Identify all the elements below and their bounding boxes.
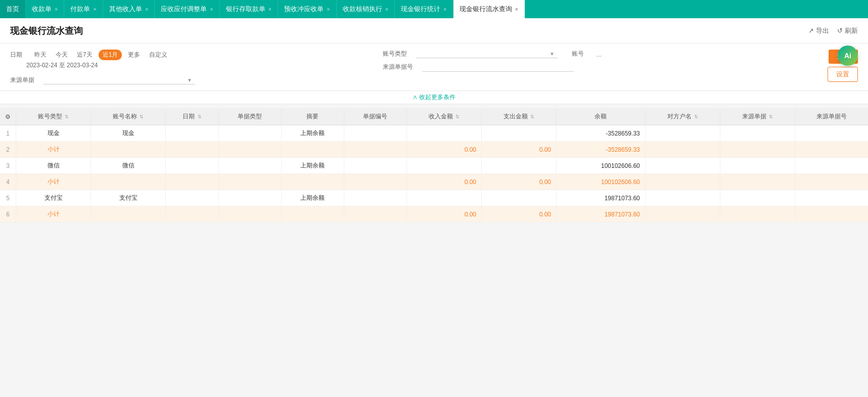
- row-number: 4: [0, 174, 16, 190]
- table-cell: 19871073.60: [557, 206, 646, 223]
- date-range-display: 2023-02-24 至 2023-03-24: [26, 62, 98, 69]
- table-cell: [482, 125, 557, 142]
- col-date[interactable]: 日期 ⇅: [166, 108, 219, 125]
- table-cell: 微信: [91, 158, 166, 174]
- table-row: 1现金现金上期余额-3528659.33: [0, 125, 868, 142]
- col-income[interactable]: 收入金额 ⇅: [407, 108, 482, 125]
- nav-bank-flow-close[interactable]: ×: [515, 6, 518, 12]
- table-cell: 100102606.60: [557, 174, 646, 190]
- col-account-name-sort-icon: ⇅: [140, 114, 144, 119]
- table-cell: [91, 206, 166, 223]
- table-cell: [218, 158, 281, 174]
- col-account-name[interactable]: 账号名称 ⇅: [91, 108, 166, 125]
- account-dots[interactable]: ...: [593, 50, 605, 58]
- filter-row-source: 来源单据 ▼: [10, 76, 373, 84]
- table-cell: [482, 158, 557, 174]
- table-cell: [218, 190, 281, 206]
- nav-bank-deposit[interactable]: 银行存取款单 ×: [220, 0, 278, 18]
- ai-badge[interactable]: Ai: [838, 46, 858, 66]
- col-expense-label: 支出金额: [504, 113, 528, 120]
- date-more[interactable]: 更多: [125, 50, 143, 60]
- nav-payments[interactable]: 付款单 ×: [64, 0, 103, 18]
- date-label: 日期: [10, 51, 22, 59]
- header-actions: ↗ 导出 ↺ 刷新: [808, 26, 858, 35]
- col-source-doc[interactable]: 来源单据 ⇅: [720, 108, 795, 125]
- table-cell: [645, 206, 720, 223]
- nav-home[interactable]: 首页: [0, 0, 26, 18]
- table-row: 5支付宝支付宝上期余额19871073.60: [0, 190, 868, 206]
- top-nav: 首页 收款单 × 付款单 × 其他收入单 × 应收应付调整单 × 银行存取款单 …: [0, 0, 868, 18]
- col-balance[interactable]: 余额: [557, 108, 646, 125]
- nav-receipt-exec-close[interactable]: ×: [385, 6, 388, 12]
- nav-prepay-offset-close[interactable]: ×: [327, 6, 330, 12]
- date-7days[interactable]: 近7天: [74, 50, 96, 60]
- nav-receipt-exec[interactable]: 收款核销执行 ×: [337, 0, 395, 18]
- col-date-sort-icon: ⇅: [198, 114, 202, 119]
- table-cell: [166, 174, 219, 190]
- col-doc-type-label: 单据类型: [238, 113, 262, 120]
- col-expense[interactable]: 支出金额 ⇅: [482, 108, 557, 125]
- nav-payments-close[interactable]: ×: [93, 6, 96, 12]
- nav-receipts-close[interactable]: ×: [55, 6, 58, 12]
- nav-prepay-offset-label: 预收冲应收单: [284, 5, 324, 14]
- table-cell: [407, 125, 482, 142]
- table-cell: [720, 206, 795, 223]
- nav-receipts[interactable]: 收款单 ×: [26, 0, 64, 18]
- col-summary[interactable]: 摘要: [281, 108, 344, 125]
- table-cell: [720, 125, 795, 142]
- col-source-doc-no-label: 来源单据号: [816, 113, 847, 120]
- table-cell: [795, 158, 868, 174]
- export-button[interactable]: ↗ 导出: [808, 26, 829, 35]
- table-cell: [795, 190, 868, 206]
- nav-bank-stats-close[interactable]: ×: [443, 6, 446, 12]
- table-settings-icon[interactable]: ⚙: [5, 113, 11, 120]
- date-today[interactable]: 今天: [53, 50, 71, 60]
- col-date-label: 日期: [182, 113, 195, 120]
- date-1month[interactable]: 近1月: [99, 50, 122, 60]
- nav-other-income-close[interactable]: ×: [145, 6, 148, 12]
- col-counterpart-sort-icon: ⇅: [694, 114, 698, 119]
- col-counterpart-label: 对方户名: [667, 113, 692, 120]
- collapse-bar[interactable]: ∧ 收起更多条件: [0, 91, 868, 104]
- table-cell: [218, 142, 281, 158]
- nav-bank-deposit-close[interactable]: ×: [268, 6, 271, 12]
- table-cell: 0.00: [407, 174, 482, 190]
- col-income-sort-icon: ⇅: [455, 114, 460, 119]
- date-custom[interactable]: 自定义: [146, 50, 170, 60]
- table-cell: [407, 190, 482, 206]
- col-doc-no[interactable]: 单据编号: [344, 108, 406, 125]
- account-type-select[interactable]: ▼: [416, 50, 558, 58]
- table-cell: [166, 158, 219, 174]
- col-counterpart[interactable]: 对方户名 ⇅: [645, 108, 720, 125]
- nav-bank-flow[interactable]: 现金银行流水查询 ×: [453, 0, 525, 18]
- col-settings[interactable]: ⚙: [0, 108, 16, 125]
- data-table: ⚙ 账号类型 ⇅ 账号名称 ⇅ 日期 ⇅ 单据类型 摘要: [0, 108, 868, 223]
- source-doc-no-input[interactable]: [422, 62, 574, 72]
- col-account-type[interactable]: 账号类型 ⇅: [16, 108, 91, 125]
- table-cell: [795, 142, 868, 158]
- filter-area: 日期 昨天 今天 近7天 近1月 更多 自定义 2023-02-24 至 202…: [0, 43, 868, 91]
- nav-bank-stats[interactable]: 现金银行统计 ×: [395, 0, 453, 18]
- date-yesterday[interactable]: 昨天: [31, 50, 50, 60]
- refresh-label: 刷新: [845, 26, 858, 35]
- table-cell: 上期余额: [281, 125, 344, 142]
- nav-bank-flow-label: 现金银行流水查询: [460, 5, 512, 14]
- source-doc-arrow-icon: ▼: [187, 77, 192, 83]
- nav-adjustment-close[interactable]: ×: [210, 6, 213, 12]
- table-cell: [482, 190, 557, 206]
- col-doc-type[interactable]: 单据类型: [218, 108, 281, 125]
- settings-button[interactable]: 设置: [828, 67, 858, 82]
- nav-other-income[interactable]: 其他收入单 ×: [103, 0, 155, 18]
- export-icon: ↗: [808, 27, 814, 34]
- table-cell: [281, 206, 344, 223]
- refresh-button[interactable]: ↺ 刷新: [837, 26, 858, 35]
- filter-main-row: 日期 昨天 今天 近7天 近1月 更多 自定义 2023-02-24 至 202…: [10, 50, 858, 84]
- table-cell: [166, 206, 219, 223]
- nav-bank-stats-label: 现金银行统计: [401, 5, 440, 14]
- col-doc-no-label: 单据编号: [363, 113, 387, 120]
- nav-prepay-offset[interactable]: 预收冲应收单 ×: [278, 0, 336, 18]
- col-source-doc-no[interactable]: 来源单据号: [795, 108, 868, 125]
- table-header-row: ⚙ 账号类型 ⇅ 账号名称 ⇅ 日期 ⇅ 单据类型 摘要: [0, 108, 868, 125]
- nav-adjustment[interactable]: 应收应付调整单 ×: [155, 0, 219, 18]
- source-doc-select[interactable]: ▼: [43, 76, 195, 84]
